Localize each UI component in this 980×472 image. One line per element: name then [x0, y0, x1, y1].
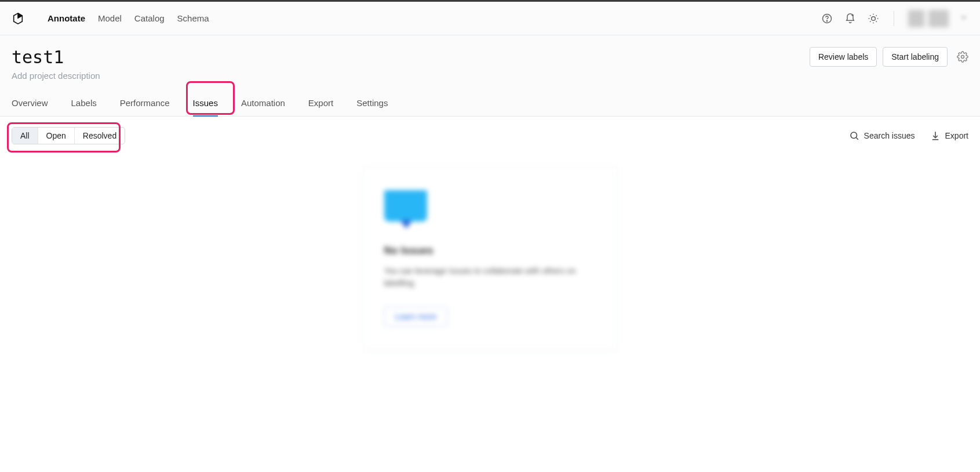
filters-row: All Open Resolved Search issues Export [0, 117, 980, 155]
empty-state-title: No Issues [384, 245, 596, 257]
app-logo[interactable] [12, 12, 24, 25]
theme-toggle-icon[interactable] [867, 12, 880, 25]
filter-open[interactable]: Open [38, 128, 75, 144]
nav-right [821, 10, 968, 27]
project-description-placeholder[interactable]: Add project description [12, 71, 100, 81]
top-navigation: Annotate Model Catalog Schema [0, 2, 980, 35]
nav-divider [894, 11, 894, 26]
project-header: test1 Add project description Review lab… [0, 35, 980, 81]
notifications-icon[interactable] [844, 12, 857, 25]
review-labels-button[interactable]: Review labels [810, 47, 877, 67]
search-issues-label: Search issues [864, 131, 915, 140]
search-icon [849, 130, 859, 141]
export-label: Export [945, 131, 968, 140]
filters-wrapper: All Open Resolved [12, 127, 125, 144]
page-header-area: test1 Add project description Review lab… [0, 35, 980, 117]
cube-icon [12, 12, 24, 25]
settings-gear-icon[interactable] [957, 51, 968, 63]
tab-labels[interactable]: Labels [71, 98, 97, 116]
nav-item-catalog[interactable]: Catalog [134, 13, 165, 23]
tab-overview[interactable]: Overview [12, 98, 48, 116]
project-title-block: test1 Add project description [12, 47, 100, 81]
user-avatar[interactable] [908, 10, 949, 27]
svg-point-3 [872, 16, 876, 20]
header-actions: Review labels Start labeling [810, 47, 968, 67]
filter-resolved[interactable]: Resolved [75, 128, 125, 144]
tab-settings[interactable]: Settings [356, 98, 388, 116]
project-title: test1 [12, 47, 100, 67]
issue-filter-segmented: All Open Resolved [12, 127, 125, 144]
search-issues-action[interactable]: Search issues [849, 130, 915, 141]
nav-item-schema[interactable]: Schema [177, 13, 209, 23]
svg-point-2 [852, 14, 854, 16]
tab-issues[interactable]: Issues [193, 98, 218, 116]
filter-all[interactable]: All [12, 128, 38, 144]
empty-state-area: No Issues You can leverage Issues to col… [0, 155, 980, 397]
chevron-down-icon[interactable] [959, 13, 968, 24]
project-tabs: Overview Labels Performance Issues Autom… [0, 81, 980, 117]
nav-items: Annotate Model Catalog Schema [48, 13, 804, 23]
nav-item-annotate[interactable]: Annotate [48, 13, 85, 23]
row-actions: Search issues Export [849, 130, 968, 141]
empty-state-learn-more-button[interactable]: Learn more [384, 307, 448, 326]
help-icon[interactable] [821, 12, 833, 25]
empty-state-subtitle: You can leverage Issues to collaborate w… [384, 265, 596, 289]
svg-point-5 [851, 132, 857, 139]
tab-export[interactable]: Export [308, 98, 333, 116]
tab-automation[interactable]: Automation [241, 98, 285, 116]
empty-state-card: No Issues You can leverage Issues to col… [363, 166, 618, 350]
tab-performance[interactable]: Performance [120, 98, 170, 116]
tab-issues-wrapper: Issues [193, 98, 218, 116]
start-labeling-button[interactable]: Start labeling [883, 47, 948, 67]
svg-point-4 [961, 56, 964, 59]
export-action[interactable]: Export [930, 130, 968, 141]
nav-item-model[interactable]: Model [98, 13, 122, 23]
download-icon [930, 130, 941, 141]
empty-state-illustration-icon [384, 190, 427, 222]
svg-point-1 [826, 20, 827, 21]
